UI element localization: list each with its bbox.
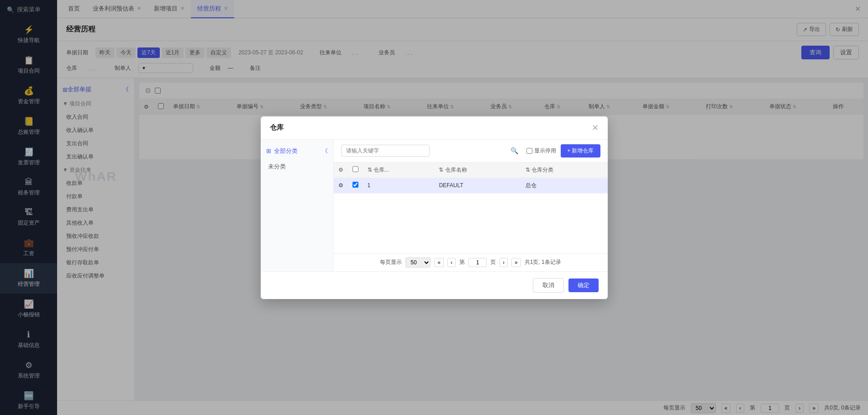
modal-th-name: ⇅ 仓库名称	[434, 163, 521, 178]
modal-footer: 取消 确定	[261, 271, 608, 299]
modal-category-header[interactable]: ⊞ 全部分类 《	[261, 143, 333, 159]
modal-pagination: 每页显示 50 100 « ‹ 第 页 › » 共1页, 1条记录	[334, 253, 608, 271]
modal-table-header: ⚙ ⇅ 仓库... ⇅ 仓库名称 ⇅	[334, 163, 608, 178]
modal-page-input[interactable]	[468, 258, 487, 267]
modal-row-name: 总仓	[521, 178, 608, 193]
modal-page-size-select[interactable]: 50 100	[405, 257, 431, 268]
modal-row-settings[interactable]: ⚙	[334, 178, 348, 193]
modal-first-page[interactable]: «	[434, 258, 444, 267]
modal-select-all[interactable]	[352, 166, 358, 172]
sort-icon-cat: ⇅	[526, 167, 530, 173]
modal-close-button[interactable]: ✕	[592, 123, 599, 133]
modal-th-code: ⇅ 仓库...	[363, 163, 435, 178]
modal-row-code: DEFAULT	[434, 178, 521, 193]
sort-icon-code: ⇅	[368, 167, 372, 173]
modal-cat-icon: ⊞	[266, 147, 271, 154]
modal-page-label: 页	[490, 258, 496, 266]
modal-row-checkbox-input[interactable]	[352, 182, 358, 188]
modal-row-id: 1	[363, 178, 435, 193]
modal-last-page[interactable]: »	[511, 258, 521, 267]
modal-table: ⚙ ⇅ 仓库... ⇅ 仓库名称 ⇅	[334, 163, 608, 194]
modal-th-settings[interactable]: ⚙	[334, 163, 348, 178]
modal-cat-label: 全部分类	[274, 147, 298, 155]
add-warehouse-button[interactable]: + 新增仓库	[561, 144, 600, 158]
modal-table-area: ⚙ ⇅ 仓库... ⇅ 仓库名称 ⇅	[334, 163, 608, 253]
modal-show-disabled-text: 显示停用	[534, 147, 556, 155]
modal-show-disabled-label[interactable]: 显示停用	[526, 147, 556, 155]
modal-total-info: 共1页, 1条记录	[525, 258, 561, 266]
modal-search-icon: 🔍	[510, 147, 518, 154]
modal-show-disabled-checkbox[interactable]	[526, 148, 532, 154]
modal-page-label-pre: 第	[459, 258, 465, 266]
sort-icon-name: ⇅	[439, 167, 443, 173]
modal-th-category: ⇅ 仓库分类	[521, 163, 608, 178]
modal-search-input[interactable]	[341, 145, 430, 157]
modal-confirm-button[interactable]: 确定	[568, 278, 599, 292]
row-settings-icon: ⚙	[338, 182, 343, 189]
modal-title: 仓库	[270, 123, 284, 132]
modal-body: ⊞ 全部分类 《 未分类 🔍 显示停用 + 新增仓库	[261, 140, 608, 271]
modal-row-checkbox[interactable]	[348, 178, 363, 193]
warehouse-modal: 仓库 ✕ ⊞ 全部分类 《 未分类 🔍 显示停用 +	[261, 116, 608, 299]
modal-th-checkbox[interactable]	[348, 163, 363, 178]
modal-table-row[interactable]: ⚙ 1 DEFAULT 总仓	[334, 178, 608, 193]
modal-category-unclassified[interactable]: 未分类	[261, 159, 333, 174]
modal-left-panel: ⊞ 全部分类 《 未分类	[261, 140, 334, 271]
modal-page-size-label: 每页显示	[380, 258, 402, 266]
modal-right-panel: 🔍 显示停用 + 新增仓库 ⚙ ⇅	[334, 140, 608, 271]
modal-header: 仓库 ✕	[261, 116, 608, 140]
modal-prev-page[interactable]: ‹	[447, 258, 456, 267]
modal-cancel-button[interactable]: 取消	[533, 278, 564, 293]
modal-search-wrap: 🔍	[341, 145, 522, 157]
modal-toolbar: 🔍 显示停用 + 新增仓库	[334, 140, 608, 163]
modal-next-page[interactable]: ›	[500, 258, 508, 267]
modal-cat-collapse[interactable]: 《	[322, 147, 328, 155]
